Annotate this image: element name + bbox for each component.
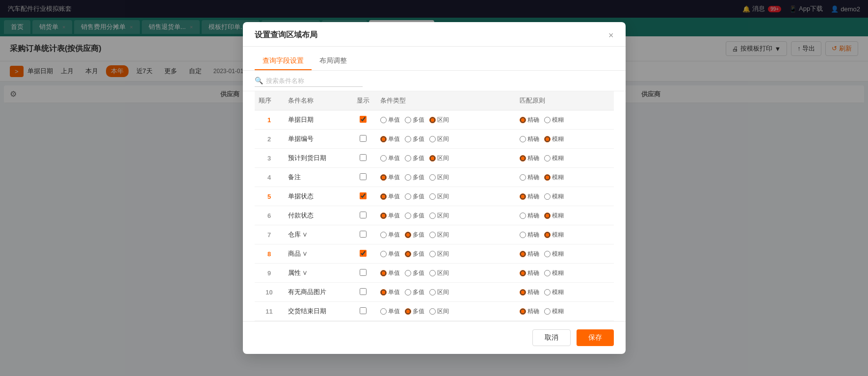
settings-modal: 设置查询区域布局 × 查询字段设置 布局调整 🔍 顺序 条件名称 (243, 22, 626, 107)
modal-tab-layout-adjust[interactable]: 布局调整 (312, 53, 355, 70)
modal-overlay[interactable]: 设置查询区域布局 × 查询字段设置 布局调整 🔍 顺序 条件名称 (0, 0, 868, 107)
search-wrap: 🔍 (255, 77, 363, 87)
search-icon: 🔍 (255, 77, 263, 84)
modal-search-area: 🔍 (243, 71, 626, 91)
modal-header: 设置查询区域布局 × (243, 22, 626, 47)
modal-table-wrap: 顺序 条件名称 显示 条件类型 匹配原则 1单据日期单值多值区间精确模糊2单据编… (243, 91, 626, 107)
table-header-row: 顺序 条件名称 显示 条件类型 匹配原则 (255, 91, 614, 107)
modal-tabs: 查询字段设置 布局调整 (243, 47, 626, 71)
th-condition-type: 条件类型 (376, 91, 516, 107)
th-match-rule: 匹配原则 (516, 91, 613, 107)
modal-tab-query-fields-label: 查询字段设置 (263, 56, 304, 64)
conditions-table: 顺序 条件名称 显示 条件类型 匹配原则 1单据日期单值多值区间精确模糊2单据编… (255, 91, 614, 107)
modal-tab-layout-adjust-label: 布局调整 (319, 56, 347, 64)
th-show: 显示 (349, 91, 376, 107)
modal-tab-query-fields[interactable]: 查询字段设置 (255, 53, 312, 70)
search-input[interactable] (266, 77, 363, 84)
th-order: 顺序 (255, 91, 284, 107)
th-condition-name: 条件名称 (284, 91, 350, 107)
modal-close-button[interactable]: × (608, 31, 614, 40)
modal-title: 设置查询区域布局 (255, 30, 317, 40)
